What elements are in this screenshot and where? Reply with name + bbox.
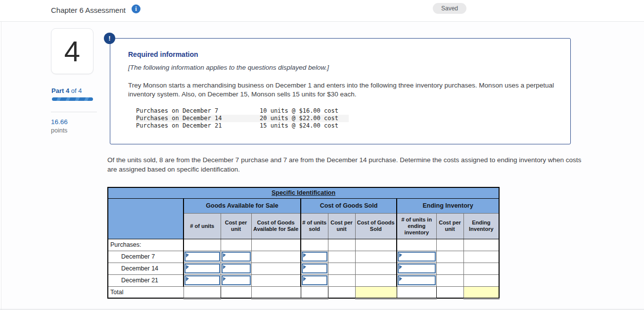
question-number-card: 4 (51, 28, 93, 74)
part-indicator-rest: of 4 (69, 87, 82, 94)
subheader-cost-per-unit-ending: Cost per unit (436, 213, 463, 239)
section-cost-of-goods-sold: Cost of Goods Sold (301, 198, 397, 213)
top-bar: Chapter 6 Assessment i Saved (0, 0, 644, 22)
dec7-units-ending-input[interactable] (398, 252, 436, 262)
empty-cell (397, 239, 436, 251)
empty-cell (463, 274, 499, 286)
empty-cell (436, 286, 463, 298)
purchase-detail: 20 units @ $22.00 cost (260, 115, 338, 122)
subheader-units-ending: # of units in ending inventory (397, 213, 436, 239)
dec7-units-input[interactable] (184, 252, 220, 262)
question-text: Of the units sold, 8 are from the Decemb… (107, 155, 583, 174)
dec14-units-sold-input[interactable] (302, 264, 327, 273)
corner-header-cell (108, 198, 184, 239)
purchase-label: Purchases on December 7 (136, 107, 260, 115)
dec14-cost-per-unit-input[interactable] (222, 264, 251, 273)
purchase-line: Purchases on December 7 10 units @ $16.0… (136, 107, 349, 115)
cell-flag-icon (223, 253, 226, 258)
empty-cell (328, 263, 355, 274)
assessment-title: Chapter 6 Assessment (51, 6, 126, 14)
purchase-detail: 15 units @ $24.00 cost (260, 122, 338, 130)
dec7-cost-per-unit-input[interactable] (222, 252, 251, 262)
total-units-sold-cell (301, 286, 328, 298)
row-label-december-21: December 21 (108, 274, 184, 286)
subheader-cost-per-unit: Cost per unit (221, 213, 251, 239)
section-ending-inventory: Ending Inventory (397, 198, 499, 213)
dec14-units-ending-input[interactable] (398, 264, 436, 273)
cell-flag-icon (223, 277, 226, 281)
empty-cell (251, 263, 301, 274)
cell-flag-icon (186, 265, 189, 269)
subheader-cogafs: Cost of Goods Available for Sale (251, 213, 301, 239)
part-indicator-bold: Part 4 (51, 87, 69, 94)
subheader-ending-inventory: Ending Inventory (463, 213, 499, 239)
row-label-total: Total (108, 286, 184, 298)
dec21-cost-per-unit-input[interactable] (222, 275, 251, 285)
empty-cell (436, 239, 463, 251)
empty-cell (301, 239, 328, 251)
total-ending-inventory-cell (463, 286, 499, 298)
empty-cell (251, 251, 301, 263)
dec7-units-cell (184, 251, 221, 263)
empty-cell (221, 239, 251, 251)
dec7-units-sold-cell (301, 251, 328, 263)
dec21-units-sold-cell (301, 274, 328, 286)
dec14-units-input[interactable] (184, 264, 220, 273)
dec14-units-sold-cell (301, 263, 328, 274)
empty-cell (463, 239, 499, 251)
part-indicator: Part 4 of 4 (51, 87, 82, 94)
empty-cell (355, 274, 397, 286)
specific-identification-worksheet: Specific Identification Goods Available … (107, 187, 500, 299)
purchase-label: Purchases on December 14 (136, 115, 260, 122)
cell-flag-icon (303, 265, 306, 269)
dec21-units-ending-cell (397, 274, 436, 286)
purchase-line: Purchases on December 21 15 units @ $24.… (136, 122, 349, 130)
subheader-units: # of units (184, 213, 221, 239)
total-units-ending-cell (397, 286, 436, 298)
dec14-units-ending-cell (397, 263, 436, 274)
dec21-units-input[interactable] (184, 275, 220, 285)
empty-cell (355, 239, 397, 251)
part-progress-bar (52, 97, 93, 101)
worksheet-table: Specific Identification Goods Available … (107, 187, 500, 299)
empty-cell (184, 239, 221, 251)
empty-cell (436, 274, 463, 286)
dec21-cost-per-unit-cell (221, 274, 251, 286)
dec21-units-cell (184, 274, 221, 286)
section-goods-available: Goods Available for Sale (184, 198, 301, 213)
points-label: points (51, 127, 67, 134)
dec21-units-ending-input[interactable] (398, 275, 436, 285)
dec7-units-sold-input[interactable] (302, 252, 327, 262)
subheader-cogs: Cost of Goods Sold (355, 213, 397, 239)
sidebar-divider (51, 112, 97, 112)
row-label-purchases: Purchases: (108, 239, 184, 251)
subheader-units-sold: # of units sold (301, 213, 328, 239)
purchase-line: Purchases on December 14 20 units @ $22.… (136, 115, 349, 122)
empty-cell (463, 251, 499, 263)
subheader-cost-per-unit-sold: Cost per unit (328, 213, 355, 239)
empty-cell (328, 286, 355, 298)
required-information-note: [The following information applies to th… (128, 64, 555, 71)
total-cogafs-cell (251, 286, 301, 298)
dec14-units-cell (184, 263, 221, 274)
dec21-units-sold-input[interactable] (302, 275, 327, 285)
empty-cell (436, 251, 463, 263)
total-units-cell (184, 286, 221, 298)
empty-cell (328, 274, 355, 286)
empty-cell (436, 263, 463, 274)
question-number: 4 (64, 37, 80, 66)
empty-cell (355, 251, 397, 263)
info-icon[interactable]: i (132, 4, 140, 13)
total-cogs-cell (355, 286, 397, 298)
empty-cell (251, 239, 301, 251)
assessment-page: Chapter 6 Assessment i Saved 4 Part 4 of… (0, 0, 644, 310)
cell-flag-icon (303, 277, 306, 281)
cell-flag-icon (303, 253, 306, 258)
row-label-december-7: December 7 (108, 251, 184, 263)
required-information-panel: Required information [The following info… (110, 38, 571, 144)
empty-cell (221, 286, 251, 298)
left-edge-divider (1, 22, 1, 310)
empty-cell (355, 263, 397, 274)
purchase-label: Purchases on December 21 (136, 122, 260, 130)
purchase-detail: 10 units @ $16.00 cost (260, 107, 338, 115)
